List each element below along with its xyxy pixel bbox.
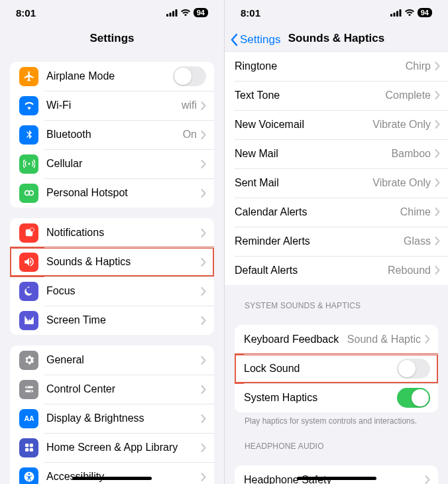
- chevron-right-icon: [201, 287, 206, 296]
- svg-rect-24: [396, 11, 398, 17]
- settings-row-home-screen-app-library[interactable]: Home Screen & App Library: [10, 433, 214, 462]
- row-label: Screen Time: [46, 314, 201, 326]
- svg-rect-23: [393, 13, 395, 17]
- wifi-status-icon: [404, 9, 415, 17]
- wifi-status-icon: [180, 9, 191, 17]
- settings-row-text-tone[interactable]: Text ToneComplete: [225, 81, 448, 110]
- chevron-right-icon: [435, 208, 440, 216]
- chevron-right-icon: [201, 160, 206, 168]
- svg-rect-14: [25, 444, 28, 447]
- settings-row-bluetooth[interactable]: BluetoothOn: [10, 120, 214, 149]
- home-indicator[interactable]: [297, 477, 376, 480]
- svg-rect-17: [29, 448, 32, 452]
- svg-rect-9: [25, 387, 33, 389]
- row-detail: Glass: [404, 235, 431, 247]
- chevron-right-icon: [435, 62, 440, 70]
- row-detail: Complete: [386, 90, 431, 101]
- headphone-audio-group: Headphone SafetyPersonalized Spatial Aud…: [235, 465, 438, 484]
- settings-row-airplane-mode[interactable]: Airplane Mode: [10, 62, 214, 91]
- toggle-switch[interactable]: [397, 359, 430, 379]
- row-label: Bluetooth: [46, 129, 183, 141]
- settings-row-wi-fi[interactable]: Wi-Fiwifi: [10, 91, 214, 120]
- row-label: Control Center: [46, 383, 201, 395]
- system-sounds-footer: Play haptics for system controls and int…: [225, 412, 448, 426]
- chevron-right-icon: [201, 229, 206, 237]
- settings-row-display-brightness[interactable]: AADisplay & Brightness: [10, 404, 214, 433]
- settings-row-reminder-alerts[interactable]: Reminder AlertsGlass: [225, 227, 448, 256]
- svg-rect-0: [166, 14, 168, 17]
- row-label: Notifications: [46, 227, 201, 239]
- chevron-right-icon: [425, 335, 430, 343]
- svg-rect-3: [175, 9, 177, 17]
- row-detail: Chime: [400, 206, 431, 218]
- settings-row-default-alerts[interactable]: Default AlertsRebound: [225, 256, 448, 285]
- settings-row-accessibility[interactable]: Accessibility: [10, 462, 214, 484]
- sounds-scroll[interactable]: RingtoneChirpText ToneCompleteNew Voicem…: [225, 51, 448, 484]
- row-label: Default Alerts: [235, 265, 388, 276]
- chevron-right-icon: [201, 385, 206, 394]
- svg-rect-22: [390, 14, 392, 17]
- settings-row-sounds-haptics[interactable]: Sounds & Haptics: [10, 247, 214, 276]
- accessibility-icon: [19, 467, 38, 484]
- settings-row-cellular[interactable]: Cellular: [10, 149, 214, 178]
- settings-row-personal-hotspot[interactable]: Personal Hotspot: [10, 178, 214, 208]
- toggle-switch[interactable]: [173, 66, 206, 86]
- status-bar: 8:01 94: [0, 0, 224, 26]
- svg-rect-2: [172, 11, 174, 17]
- screentime-icon: [19, 311, 38, 330]
- signal-icon: [166, 9, 178, 17]
- row-label: Display & Brightness: [46, 412, 201, 424]
- row-label: Calendar Alerts: [235, 206, 400, 218]
- airplane-icon: [19, 67, 38, 86]
- settings-row-system-haptics[interactable]: System Haptics: [235, 383, 438, 412]
- chevron-right-icon: [435, 237, 440, 245]
- settings-row-keyboard-feedback[interactable]: Keyboard FeedbackSound & Haptic: [235, 325, 438, 354]
- settings-row-ringtone[interactable]: RingtoneChirp: [225, 52, 448, 81]
- settings-row-calendar-alerts[interactable]: Calendar AlertsChime: [225, 198, 448, 227]
- svg-point-10: [27, 387, 28, 388]
- chevron-right-icon: [201, 473, 206, 481]
- hotspot-icon: [19, 184, 38, 203]
- row-label: Focus: [46, 285, 201, 297]
- settings-row-notifications[interactable]: Notifications: [10, 218, 214, 247]
- settings-row-sent-mail[interactable]: Sent MailVibrate Only: [225, 168, 448, 198]
- row-label: New Voicemail: [235, 119, 372, 131]
- toggle-switch[interactable]: [397, 388, 430, 408]
- status-bar: 8:01 94: [225, 0, 448, 25]
- sound-alerts-group: RingtoneChirpText ToneCompleteNew Voicem…: [225, 51, 448, 285]
- controlcenter-icon: [19, 380, 38, 399]
- svg-rect-16: [25, 448, 28, 452]
- settings-row-screen-time[interactable]: Screen Time: [10, 306, 214, 335]
- wifi-icon: [19, 96, 38, 115]
- chevron-right-icon: [201, 189, 206, 198]
- row-detail: Chirp: [406, 60, 431, 72]
- phone-sounds-haptics: 8:01 94 Settings Sounds & Haptics Ringto…: [224, 0, 448, 484]
- settings-row-new-mail[interactable]: New MailBamboo: [225, 139, 448, 168]
- svg-point-4: [28, 163, 30, 165]
- focus-icon: [19, 282, 38, 301]
- chevron-right-icon: [201, 414, 206, 423]
- settings-row-new-voicemail[interactable]: New VoicemailVibrate Only: [225, 110, 448, 139]
- status-indicators: 94: [390, 8, 432, 17]
- row-label: General: [46, 354, 201, 366]
- settings-row-headphone-safety[interactable]: Headphone Safety: [235, 465, 438, 484]
- settings-row-lock-sound[interactable]: Lock Sound: [235, 354, 438, 383]
- settings-row-focus[interactable]: Focus: [10, 276, 214, 306]
- row-label: Sounds & Haptics: [46, 256, 201, 268]
- back-label: Settings: [240, 33, 280, 46]
- chevron-right-icon: [201, 316, 206, 325]
- back-button[interactable]: Settings: [230, 25, 280, 54]
- signal-icon: [390, 9, 402, 17]
- settings-scroll[interactable]: Airplane ModeWi-FiwifiBluetoothOnCellula…: [0, 51, 224, 484]
- row-label: System Haptics: [244, 392, 397, 404]
- homescreen-icon: [19, 438, 38, 457]
- svg-text:AA: AA: [24, 414, 34, 422]
- settings-row-general[interactable]: General: [10, 345, 214, 375]
- row-label: Reminder Alerts: [235, 235, 404, 247]
- row-label: Airplane Mode: [46, 70, 173, 82]
- chevron-right-icon: [425, 475, 430, 484]
- settings-row-control-center[interactable]: Control Center: [10, 375, 214, 404]
- row-label: Wi-Fi: [46, 99, 182, 111]
- home-indicator[interactable]: [72, 477, 152, 480]
- svg-point-19: [28, 473, 30, 475]
